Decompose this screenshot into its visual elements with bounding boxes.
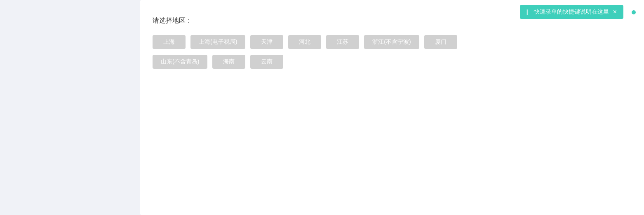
tooltip-text: 快速录单的快捷键说明在这里 [534,8,609,16]
tooltip-dot [632,10,636,14]
region-btn-shanghai[interactable]: 上海 [153,35,186,49]
region-btn-shanghai-etax[interactable]: 上海(电子税局) [190,35,245,49]
region-btn-jiangsu[interactable]: 江苏 [326,35,359,49]
region-btn-xiamen[interactable]: 厦门 [424,35,457,49]
region-btn-shandong[interactable]: 山东(不含青岛) [153,55,207,69]
region-row-1: 上海上海(电子税局)天津河北江苏浙江(不含宁波)厦门 [153,35,632,49]
region-btn-tianjin[interactable]: 天津 [250,35,283,49]
region-btn-zhejiang[interactable]: 浙江(不含宁波) [364,35,419,49]
tooltip-close-button[interactable]: × [613,9,617,15]
region-btn-hebei[interactable]: 河北 [288,35,321,49]
region-row-2: 山东(不含青岛)海南云南 [153,55,632,69]
region-btn-yunnan[interactable]: 云南 [250,55,283,69]
main-content: 请选择地区： 上海上海(电子税局)天津河北江苏浙江(不含宁波)厦门 山东(不含青… [140,0,644,215]
region-btn-hainan[interactable]: 海南 [212,55,245,69]
sidebar [0,0,140,215]
tooltip-banner: 快速录单的快捷键说明在这里 × [520,5,623,19]
